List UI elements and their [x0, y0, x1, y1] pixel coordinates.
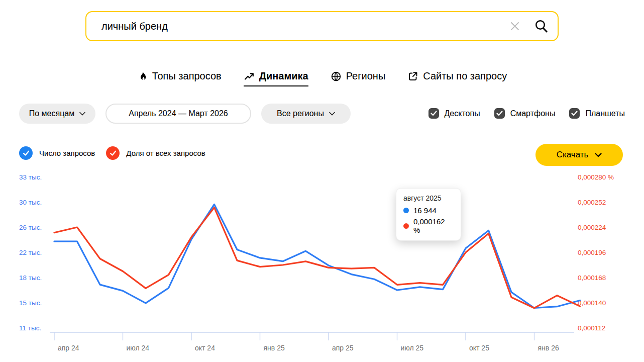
right-axis-tick-label: 0,000140 — [578, 299, 606, 307]
x-axis-tick-label: окт 25 — [469, 344, 489, 352]
chart-tooltip: август 2025 16 944 0,000162 % — [396, 188, 461, 241]
left-axis-tick-label: 22 тыс. — [19, 249, 42, 256]
right-axis-tick-label: 0,000224 — [578, 224, 606, 231]
x-axis-tick-label: янв 25 — [264, 344, 285, 352]
x-axis-tick-label: апр 25 — [332, 344, 354, 352]
tooltip-share-value: 0,000162 % — [413, 217, 454, 234]
wordstat-page: Топы запросов Динамика Регионы Сайты по … — [0, 0, 644, 362]
x-axis-tick-label: окт 24 — [195, 344, 215, 352]
blue-series-dot-icon — [403, 208, 409, 213]
x-axis-tick-label: июл 24 — [127, 344, 150, 352]
left-axis-tick-label: 26 тыс. — [19, 224, 42, 231]
tooltip-month: август 2025 — [403, 194, 454, 202]
right-axis-tick-label: 0,000168 — [578, 274, 606, 282]
x-axis-tick-label: апр 24 — [58, 344, 79, 352]
tooltip-row-share: 0,000162 % — [403, 217, 454, 234]
right-axis-tick-label: 0,000280 % — [578, 173, 614, 181]
left-axis-tick-label: 11 тыс. — [19, 324, 41, 332]
left-axis-tick-label: 33 тыс. — [19, 173, 42, 181]
right-axis-tick-label: 0,000252 — [578, 199, 606, 206]
tooltip-queries-value: 16 944 — [413, 206, 437, 215]
left-axis-tick-label: 30 тыс. — [19, 199, 42, 206]
queries-line — [54, 205, 580, 308]
x-axis-tick-label: июл 25 — [401, 344, 424, 352]
x-axis-tick-label: янв 26 — [538, 344, 559, 352]
right-axis-tick-label: 0,000196 — [578, 249, 606, 256]
left-axis-tick-label: 18 тыс. — [19, 274, 42, 282]
tooltip-row-queries: 16 944 — [403, 206, 454, 215]
left-axis-tick-label: 15 тыс. — [19, 299, 42, 307]
red-series-dot-icon — [403, 223, 409, 229]
right-axis-tick-label: 0,000112 — [578, 324, 605, 332]
trend-chart[interactable]: 33 тыс.30 тыс.26 тыс.22 тыс.18 тыс.15 ты… — [0, 0, 644, 362]
